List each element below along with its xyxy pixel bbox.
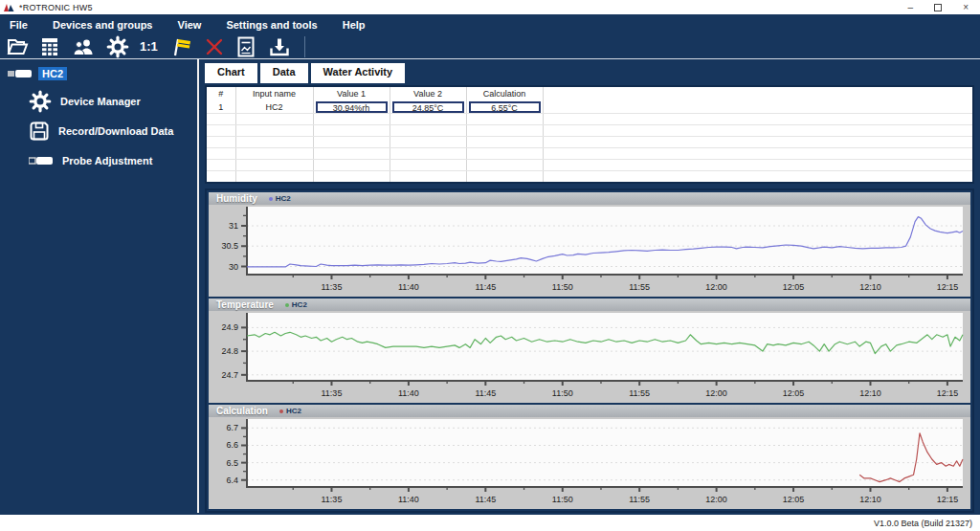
- svg-text:11:55: 11:55: [629, 282, 650, 292]
- temperature-chart-plot[interactable]: 24.724.824.911:3511:4011:4511:5011:5512:…: [209, 311, 970, 403]
- charts-panel: Humidity HC2 3030.53111:3511:4011:4511:5…: [205, 188, 974, 513]
- svg-text:11:40: 11:40: [398, 282, 419, 292]
- value2-reading: 24.85°C: [392, 101, 464, 113]
- legend-series-name: HC2: [292, 300, 307, 309]
- calculation-chart-title: Calculation: [216, 406, 268, 416]
- log-chart-icon[interactable]: [235, 35, 256, 58]
- humidity-chart-panel: Humidity HC2 3030.53111:3511:4011:4511:5…: [209, 192, 970, 297]
- legend-dot: [269, 197, 273, 201]
- live-values-table-panel: # Input name Value 1 Value 2 Calculation…: [205, 85, 974, 184]
- col-header-value1: Value 1: [313, 87, 390, 101]
- minimize-button[interactable]: –: [908, 3, 914, 12]
- col-header-num: #: [207, 87, 235, 101]
- svg-text:11:35: 11:35: [322, 495, 343, 504]
- svg-text:11:50: 11:50: [552, 388, 573, 398]
- humidity-chart-plot[interactable]: 3030.53111:3511:4011:4511:5011:5512:0012…: [209, 205, 970, 297]
- svg-text:11:35: 11:35: [322, 282, 343, 292]
- legend-dot: [285, 303, 289, 307]
- gear-icon: [29, 90, 52, 113]
- svg-text:12:00: 12:00: [705, 495, 727, 504]
- col-header-value2: Value 2: [390, 87, 466, 101]
- svg-text:12:05: 12:05: [783, 282, 805, 292]
- menu-help[interactable]: Help: [343, 19, 366, 31]
- humidity-chart-legend: HC2: [269, 194, 291, 203]
- app-logo-icon: [4, 3, 14, 12]
- temperature-chart-legend: HC2: [285, 300, 307, 309]
- delete-x-icon[interactable]: [204, 35, 225, 58]
- window-title: *ROTRONIC HW5: [19, 3, 93, 12]
- calculation-chart-header: Calculation HC2: [209, 405, 970, 417]
- temperature-chart-panel: Temperature HC2 24.724.824.911:3511:4011…: [209, 299, 970, 403]
- svg-text:12:15: 12:15: [937, 388, 959, 398]
- table-icon[interactable]: [39, 35, 60, 58]
- legend-series-name: HC2: [286, 407, 301, 415]
- sidebar-item-label: Device Manager: [60, 96, 141, 107]
- svg-text:6.4: 6.4: [226, 476, 238, 485]
- svg-text:12:15: 12:15: [937, 495, 959, 504]
- row-value2: 24.85°C: [390, 101, 466, 114]
- probe-icon: [8, 69, 33, 78]
- tab-bar: Chart Data Water Activity: [205, 63, 974, 83]
- menu-devices-and-groups[interactable]: Devices and groups: [53, 19, 153, 31]
- row-value1: 30.94%rh: [313, 101, 390, 114]
- flag-icon[interactable]: [168, 35, 193, 58]
- calculation-chart-panel: Calculation HC2 6.46.56.66.711:3511:4011…: [209, 405, 970, 509]
- gear-icon[interactable]: [106, 35, 129, 58]
- svg-text:30: 30: [229, 262, 238, 272]
- svg-text:11:40: 11:40: [398, 495, 419, 504]
- svg-text:11:45: 11:45: [475, 282, 496, 292]
- svg-text:12:10: 12:10: [859, 388, 881, 398]
- legend-dot: [279, 409, 283, 413]
- toolbar-separator: [304, 36, 305, 57]
- svg-text:12:05: 12:05: [783, 495, 805, 504]
- svg-text:12:15: 12:15: [937, 282, 959, 292]
- svg-text:24.8: 24.8: [221, 346, 238, 356]
- close-button[interactable]: ×: [963, 3, 969, 12]
- maximize-button[interactable]: [934, 4, 942, 11]
- users-icon[interactable]: [71, 35, 96, 58]
- svg-text:6.6: 6.6: [226, 440, 238, 450]
- sidebar-item-label: Record/Download Data: [58, 125, 173, 137]
- svg-text:12:10: 12:10: [859, 282, 881, 292]
- tab-water-activity[interactable]: Water Activity: [311, 63, 406, 83]
- version-label: V1.0.0 Beta (Build 21327): [874, 519, 972, 528]
- table-empty-row: [207, 170, 972, 182]
- tab-chart[interactable]: Chart: [205, 63, 257, 83]
- device-label: HC2: [38, 67, 67, 80]
- table-row[interactable]: 1 HC2 30.94%rh 24.85°C 6.55°C: [207, 101, 972, 114]
- col-header-input-name: Input name: [235, 87, 313, 101]
- one-to-one-zoom-button[interactable]: 1:1: [140, 35, 158, 58]
- live-values-table: # Input name Value 1 Value 2 Calculation…: [207, 87, 972, 184]
- sidebar-item-label: Probe Adjustment: [62, 155, 152, 166]
- humidity-chart-title: Humidity: [216, 193, 257, 204]
- svg-text:12:10: 12:10: [859, 495, 881, 504]
- table-empty-row: [207, 159, 972, 170]
- row-calculation: 6.55°C: [466, 101, 543, 114]
- svg-text:11:50: 11:50: [552, 282, 573, 292]
- menu-bar: File Devices and groups View Settings an…: [0, 14, 980, 34]
- sidebar-item-probe-adjustment[interactable]: Probe Adjustment: [0, 149, 197, 172]
- tab-data[interactable]: Data: [260, 63, 308, 83]
- sidebar-item-hc2[interactable]: HC2: [0, 67, 197, 80]
- device-tree-sidebar: HC2 Device Manager Record/Download Data …: [0, 59, 199, 513]
- svg-text:12:00: 12:00: [705, 282, 727, 292]
- sidebar-item-device-manager[interactable]: Device Manager: [0, 90, 197, 113]
- value1-reading: 30.94%rh: [316, 101, 388, 113]
- menu-view[interactable]: View: [178, 19, 202, 31]
- row-input-name: HC2: [235, 101, 313, 114]
- humidity-chart-header: Humidity HC2: [209, 192, 970, 205]
- svg-text:11:55: 11:55: [629, 495, 650, 504]
- toolbar: 1:1: [0, 34, 980, 59]
- table-empty-row: [207, 124, 972, 136]
- legend-series-name: HC2: [276, 194, 291, 203]
- menu-settings-and-tools[interactable]: Settings and tools: [226, 19, 317, 31]
- open-folder-icon[interactable]: [6, 35, 29, 58]
- table-empty-row: [207, 182, 972, 184]
- menu-file[interactable]: File: [10, 19, 28, 31]
- floppy-icon: [29, 121, 50, 142]
- title-bar: *ROTRONIC HW5 – ×: [0, 0, 980, 14]
- calculation-reading: 6.55°C: [469, 101, 541, 113]
- sidebar-item-record-download[interactable]: Record/Download Data: [0, 120, 197, 143]
- calculation-chart-plot[interactable]: 6.46.56.66.711:3511:4011:4511:5011:5512:…: [209, 417, 970, 509]
- download-icon[interactable]: [267, 35, 292, 58]
